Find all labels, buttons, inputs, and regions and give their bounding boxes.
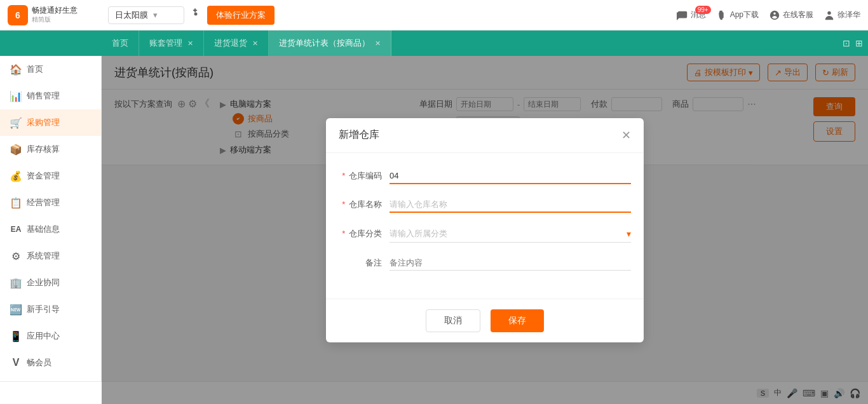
store-selector[interactable]: 日太阳膜 ▾ [108, 6, 184, 24]
category-chevron-icon: ▾ [627, 229, 631, 239]
warehouse-note-input[interactable] [390, 255, 631, 271]
sidebar-item-home[interactable]: 🏠 首页 [0, 56, 101, 83]
user-icon [824, 10, 835, 21]
sidebar-item-inventory[interactable]: 📦 库存核算 [0, 136, 101, 163]
sidebar-item-sales-label: 销售管理 [27, 90, 60, 102]
tab-expand-icon[interactable]: ⊞ [855, 38, 863, 48]
business-icon: 📋 [10, 197, 22, 208]
inventory-icon: 📦 [10, 144, 22, 155]
tab-purchase-return-label: 进货退货 [214, 37, 247, 49]
sidebar-item-business[interactable]: 📋 经营管理 [0, 189, 101, 216]
home-icon: 🏠 [10, 64, 22, 75]
warehouse-name-row: * 仓库名称 [339, 197, 631, 213]
messages-button[interactable]: 消息 99+ [677, 10, 706, 21]
sidebar-item-sales[interactable]: 📊 销售管理 [0, 83, 101, 109]
modal-header: 新增仓库 ✕ [326, 118, 644, 153]
online-service-button[interactable]: 在线客服 [769, 10, 813, 21]
system-icon: ⚙ [10, 250, 22, 262]
user-name: 徐泽华 [837, 10, 860, 20]
sidebar: 🏠 首页 📊 销售管理 🛒 采购管理 📦 库存核算 💰 资金管理 📋 经营管理 … [0, 56, 102, 404]
finance-icon: 💰 [10, 170, 22, 182]
sidebar-item-vip-label: 畅会员 [27, 357, 51, 368]
modal-footer: 取消 保存 [326, 299, 644, 342]
tab-prev-icon[interactable]: ⊡ [843, 38, 850, 48]
gear-button[interactable] [189, 8, 202, 22]
tab-purchase-return-close[interactable]: ✕ [252, 39, 258, 48]
category-placeholder: 请输入所属分类 [390, 228, 627, 239]
sidebar-item-home-label: 首页 [27, 64, 43, 75]
sidebar-item-finance-label: 资金管理 [27, 170, 60, 182]
warehouse-name-label: * 仓库名称 [339, 199, 390, 210]
tab-home-label: 首页 [112, 37, 128, 49]
sidebar-item-guide[interactable]: 🆕 新手引导 [0, 296, 101, 323]
app-download-button[interactable]: App下载 [716, 10, 759, 21]
tab-home[interactable]: 首页 [102, 30, 139, 56]
sidebar-item-system[interactable]: ⚙ 系统管理 [0, 243, 101, 269]
warehouse-note-row: 备注 [339, 255, 631, 271]
modal-close-button[interactable]: ✕ [621, 128, 631, 142]
warehouse-category-label: * 仓库分类 [339, 228, 390, 239]
tab-purchase-return[interactable]: 进货退货 ✕ [204, 30, 269, 56]
modal-overlay[interactable]: 新增仓库 ✕ * 仓库编码 * [102, 56, 868, 404]
logo-sub: 精简版 [32, 15, 78, 24]
sidebar-item-app-center[interactable]: 📱 应用中心 [0, 323, 101, 349]
sales-icon: 📊 [10, 90, 22, 102]
tab-account[interactable]: 账套管理 ✕ [139, 30, 204, 56]
warehouse-category-row: * 仓库分类 请输入所属分类 ▾ [339, 226, 631, 243]
store-name: 日太阳膜 [115, 10, 148, 21]
tab-account-close[interactable]: ✕ [187, 39, 193, 48]
logo-icon: 6 [8, 5, 28, 25]
chevron-down-icon: ▾ [153, 10, 158, 20]
online-service-label: 在线客服 [783, 10, 813, 20]
basic-info-icon: EA [10, 224, 22, 235]
header-actions: 消息 99+ App下载 在线客服 徐泽华 [677, 10, 860, 21]
sidebar-item-basic-info[interactable]: EA 基础信息 [0, 216, 101, 243]
headset-icon [769, 10, 780, 21]
gear-icon [189, 8, 202, 20]
sidebar-item-purchase[interactable]: 🛒 采购管理 [0, 109, 101, 136]
sidebar-item-guide-label: 新手引导 [27, 304, 60, 315]
sidebar-item-purchase-label: 采购管理 [27, 117, 60, 128]
content-area: 进货单统计(按商品) 🖨 按模板打印 ▾ ↗ 导出 ↻ 刷新 按以下方案查询 [102, 56, 868, 404]
sidebar-item-system-label: 系统管理 [27, 250, 60, 262]
sidebar-item-finance[interactable]: 💰 资金管理 [0, 163, 101, 189]
phone-icon [716, 10, 728, 21]
cancel-button[interactable]: 取消 [426, 309, 480, 332]
sidebar-item-enterprise[interactable]: 🏢 企业协同 [0, 269, 101, 296]
app-center-icon: 📱 [10, 330, 22, 342]
message-icon [677, 10, 688, 21]
guide-icon: 🆕 [10, 304, 22, 315]
tab-stats-close[interactable]: ✕ [375, 39, 381, 48]
warehouse-name-input[interactable] [390, 197, 631, 213]
purchase-icon: 🛒 [10, 117, 22, 128]
modal-body: * 仓库编码 * 仓库名称 [326, 153, 644, 299]
top-header: 6 畅捷通好生意 精简版 日太阳膜 ▾ 体验行业方案 消息 99+ App [0, 0, 868, 30]
modal-title: 新增仓库 [339, 128, 379, 142]
messages-badge: 99+ [695, 6, 711, 14]
sidebar-item-basic-info-label: 基础信息 [27, 224, 60, 235]
enterprise-icon: 🏢 [10, 277, 22, 288]
sidebar-item-enterprise-label: 企业协同 [27, 277, 60, 288]
app-download-label: App下载 [730, 10, 759, 20]
sidebar-item-inventory-label: 库存核算 [27, 144, 60, 155]
vip-icon: V [10, 357, 22, 368]
tab-controls: ⊡ ⊞ [843, 38, 868, 48]
tab-bar: 首页 账套管理 ✕ 进货退货 ✕ 进货单统计表（按商品） ✕ ⊡ ⊞ [0, 30, 868, 56]
sidebar-item-business-label: 经营管理 [27, 197, 60, 208]
warehouse-note-label: 备注 [339, 257, 390, 269]
warehouse-code-row: * 仓库编码 [339, 168, 631, 184]
new-warehouse-modal: 新增仓库 ✕ * 仓库编码 * [326, 118, 644, 342]
main-layout: 🏠 首页 📊 销售管理 🛒 采购管理 📦 库存核算 💰 资金管理 📋 经营管理 … [0, 56, 868, 404]
user-avatar[interactable]: 徐泽华 [824, 10, 860, 21]
logo-text: 畅捷通好生意 [32, 6, 78, 16]
tab-stats[interactable]: 进货单统计表（按商品） ✕ [269, 30, 391, 56]
logo-area: 6 畅捷通好生意 精简版 [8, 5, 103, 25]
experience-button[interactable]: 体验行业方案 [207, 6, 275, 25]
sidebar-item-app-center-label: 应用中心 [27, 330, 60, 342]
warehouse-code-label: * 仓库编码 [339, 170, 390, 182]
sidebar-item-vip[interactable]: V 畅会员 [0, 349, 101, 376]
tab-stats-label: 进货单统计表（按商品） [279, 37, 370, 49]
save-button[interactable]: 保存 [491, 309, 544, 332]
warehouse-category-select[interactable]: 请输入所属分类 ▾ [390, 226, 631, 243]
warehouse-code-input[interactable] [390, 168, 631, 184]
